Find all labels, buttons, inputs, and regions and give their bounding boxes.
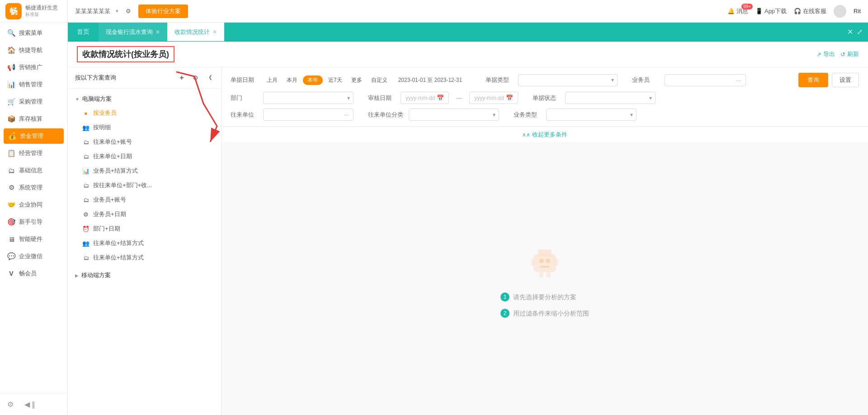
date-tab-custom[interactable]: 自定义 [368, 75, 391, 85]
sidebar-item-collab[interactable]: 🤝 企业协同 [0, 196, 67, 213]
tab-bank-flow-close[interactable]: ✕ [156, 29, 160, 35]
left-panel-header: 按以下方案查询 + ⚙ 《 [68, 67, 221, 89]
filter-row-2: 部门 审核日期 yyyy-mm-dd 📅 — [231, 92, 859, 104]
sidebar-item-inventory[interactable]: 📦 库存核算 [0, 110, 67, 127]
scheme-unit-dept[interactable]: 🗂 按往来单位+部门+收... [68, 178, 221, 193]
filter-settings-btn[interactable]: 设置 [832, 73, 859, 87]
online-service-btn[interactable]: 🎧 在线客服 [794, 7, 826, 15]
refresh-btn[interactable]: ↺ 刷新 [840, 50, 859, 58]
filter-row-3: 往来单位 ··· 往来单位分类 业务类型 [231, 108, 859, 121]
doctype-label: 单据类型 [486, 76, 513, 84]
tab-home[interactable]: 首页 [68, 23, 99, 41]
scheme-by-detail[interactable]: 👥 按明细 [68, 120, 221, 135]
collapse-panel-btn[interactable]: 《 [204, 73, 214, 83]
date-tab-thisyear[interactable]: 本年 [303, 75, 323, 85]
download-icon: 📱 [755, 8, 763, 14]
footer-settings-btn[interactable]: ⚙ [4, 397, 17, 411]
biztype-select[interactable] [546, 108, 637, 121]
sidebar-item-member[interactable]: V 畅会员 [0, 265, 67, 282]
page-title-bar: 收款情况统计(按业务员) ↗ 导出 ↺ 刷新 [68, 42, 868, 67]
sidebar-item-weixin[interactable]: 💬 企业微信 [0, 248, 67, 265]
mobile-scheme-group[interactable]: ▶ 移动端方案 [68, 269, 221, 282]
scheme-unit-account[interactable]: 🗂 往来单位+账号 [68, 135, 221, 149]
audit-date-to-wrap[interactable]: yyyy-mm-dd 📅 [469, 92, 518, 104]
tab-payment-stats[interactable]: 收款情况统计 ✕ [167, 23, 224, 41]
sidebar-item-search[interactable]: 🔍 搜索菜单 [0, 24, 67, 42]
guide-icon: 🎯 [7, 218, 15, 226]
desktop-scheme-group[interactable]: ▼ 电脑端方案 [68, 92, 221, 106]
group-arrow-icon: ▼ [75, 97, 80, 102]
dept-label: 部门 [231, 94, 258, 102]
scheme-by-staff[interactable]: ● 按业务员 [68, 106, 221, 120]
scheme-unit-settle2[interactable]: 🗂 往来单位+结算方式 [68, 250, 221, 265]
sidebar-item-basicinfo[interactable]: 🗂 基础信息 [0, 162, 67, 179]
scheme-staff-date[interactable]: ⚙ 业务员+日期 [68, 207, 221, 222]
sidebar-item-guide[interactable]: 🎯 新手引导 [0, 213, 67, 231]
sidebar-item-hardware[interactable]: 🖥 智能硬件 [0, 231, 67, 248]
main-wrapper: 某某某某某某 ▾ ⚙ 体验行业方案 🔔 消息 99+ 📱 App下载 🎧 在线客… [68, 0, 868, 415]
audit-date-from-wrap[interactable]: yyyy-mm-dd 📅 [401, 92, 449, 104]
scheme-staff-settle[interactable]: 📊 业务员+结算方式 [68, 164, 221, 178]
staff-dots[interactable]: ··· [736, 77, 741, 84]
date-tab-more[interactable]: 更多 [348, 75, 366, 85]
user-avatar[interactable] [834, 5, 846, 18]
sidebar-item-finance[interactable]: 💰 资金管理 [4, 128, 64, 144]
svg-point-3 [546, 259, 550, 263]
notification-btn[interactable]: 🔔 消息 99+ [727, 7, 748, 15]
date-tab-thismonth[interactable]: 本月 [283, 75, 301, 85]
scheme-unit-settle1[interactable]: 👥 往来单位+结算方式 [68, 236, 221, 250]
unit-dept-icon: 🗂 [82, 182, 90, 189]
dept-select[interactable] [263, 92, 354, 104]
counterparty-input-wrap[interactable]: ··· [263, 108, 354, 121]
scheme-dept-date[interactable]: ⏰ 部门+日期 [68, 222, 221, 236]
sidebar-item-quicknav[interactable]: 🏠 快捷导航 [0, 42, 67, 59]
footer-collapse-btn[interactable]: ◀ ‖ [21, 397, 39, 411]
scheme-settings-btn[interactable]: ⚙ [190, 73, 200, 83]
logo-icon: 畅 [5, 3, 22, 19]
date-label: 单据日期 [231, 76, 258, 84]
weixin-icon: 💬 [7, 252, 15, 260]
app-download-btn[interactable]: 📱 App下载 [755, 7, 787, 15]
counterparty-dots[interactable]: ··· [344, 111, 349, 118]
export-icon: ↗ [816, 51, 821, 58]
filter-row-1: 单据日期 上月 本月 本年 近7天 更多 自定义 2023-01-01 至 20… [231, 73, 859, 87]
gear-icon-btn[interactable]: ⚙ [122, 5, 135, 18]
staff-account-icon: 🗂 [82, 197, 90, 203]
filter-area: 单据日期 上月 本月 本年 近7天 更多 自定义 2023-01-01 至 20… [222, 67, 868, 127]
doctype-select[interactable] [518, 74, 618, 86]
home-icon: 🏠 [7, 46, 15, 54]
sidebar-item-sales[interactable]: 📊 销售管理 [0, 76, 67, 93]
try-industry-btn[interactable]: 体验行业方案 [138, 5, 188, 18]
unit-date-icon: 🗂 [82, 153, 90, 160]
sidebar-item-marketing[interactable]: 📢 营销推广 [0, 59, 67, 76]
right-panel: 单据日期 上月 本月 本年 近7天 更多 自定义 2023-01-01 至 20… [222, 67, 868, 415]
date-tab-7days[interactable]: 近7天 [325, 75, 346, 85]
collapse-bar[interactable]: ∧∧ 收起更多条件 [222, 127, 868, 142]
expand-window-btn[interactable]: ⤢ [857, 28, 863, 36]
query-btn[interactable]: 查询 [798, 73, 828, 87]
left-panel-icons: + ⚙ 《 [177, 73, 214, 83]
dept-select-wrap [263, 92, 354, 104]
tab-payment-stats-close[interactable]: ✕ [212, 29, 217, 35]
docstatus-select-wrap [565, 92, 656, 104]
staff-input-wrap[interactable]: ··· [665, 74, 746, 86]
sidebar-item-operations[interactable]: 📋 经营管理 [0, 145, 67, 162]
inventory-icon: 📦 [7, 115, 15, 123]
add-scheme-btn[interactable]: + [177, 73, 187, 83]
active-scheme-icon: ● [82, 110, 90, 117]
svg-rect-0 [533, 254, 556, 272]
export-btn[interactable]: ↗ 导出 [816, 50, 835, 58]
empty-robot-illustration [522, 238, 567, 283]
scheme-staff-account[interactable]: 🗂 业务员+账号 [68, 193, 221, 207]
chevron-down-icon[interactable]: ▾ [116, 8, 118, 14]
date-tab-lastmonth[interactable]: 上月 [263, 75, 281, 85]
sidebar-item-system[interactable]: ⚙ 系统管理 [0, 179, 67, 196]
tab-bank-flow[interactable]: 现金银行流水查询 ✕ [99, 23, 167, 41]
service-icon: 🎧 [794, 8, 801, 14]
scheme-list: ▼ 电脑端方案 ● 按业务员 👥 按明细 🗂 往来单位+账号 [68, 89, 221, 415]
scheme-unit-date[interactable]: 🗂 往来单位+日期 [68, 149, 221, 164]
close-window-btn[interactable]: ✕ [847, 28, 853, 36]
counterparty-type-select[interactable] [409, 108, 499, 121]
docstatus-select[interactable] [565, 92, 656, 104]
sidebar-item-purchase[interactable]: 🛒 采购管理 [0, 93, 67, 110]
